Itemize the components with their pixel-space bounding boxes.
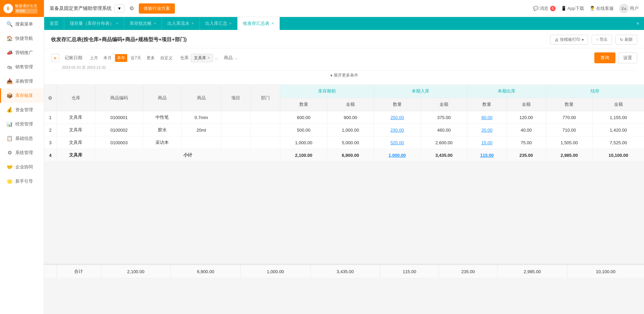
sidebar-item-search[interactable]: 🔍 搜索菜单: [0, 17, 44, 31]
tab-batch-account[interactable]: 库存批次账 ×: [124, 17, 162, 30]
sidebar-item-operations[interactable]: 📊 经营管理: [0, 117, 44, 131]
th-in-amt: 金额: [420, 98, 467, 111]
sidebar-item-marketing[interactable]: 📣 营销推广: [0, 46, 44, 60]
cell-goods-spec: [182, 136, 221, 149]
sidebar-item-label: 库存核算: [15, 93, 33, 99]
cell-opening-qty: 600.00: [280, 111, 327, 124]
tab-label: 库存批次账: [130, 20, 152, 27]
cell-in-qty[interactable]: 520.00: [374, 136, 420, 149]
goods-more-button[interactable]: ...: [235, 55, 238, 60]
sidebar-item-system[interactable]: ⚙ 系统管理: [0, 146, 44, 160]
basic-info-icon: 📋: [6, 135, 13, 142]
experience-button[interactable]: 体验行业方案: [139, 3, 175, 14]
cell-project: [221, 111, 250, 124]
cell-in-amt: 375.00: [420, 111, 467, 124]
sidebar-item-label: 搜索菜单: [15, 21, 33, 27]
cell-goods-name: 采访本: [143, 136, 182, 149]
tab-inout-flow[interactable]: 出入库流水 ×: [162, 17, 200, 30]
config-button[interactable]: ⚙: [127, 3, 136, 14]
sidebar-item-guide[interactable]: 🌟 新手引导: [0, 174, 44, 188]
tab-close-icon[interactable]: ×: [229, 21, 232, 26]
user-button[interactable]: Ea 用户: [619, 4, 639, 13]
tab-close-icon[interactable]: ×: [192, 21, 194, 26]
filter-toggle-button[interactable]: »: [51, 54, 59, 62]
cell-closing-amt: 1,155.00: [593, 111, 644, 124]
cell-closing-qty: 2,985.00: [546, 149, 592, 162]
page-title: 收发存汇总表(按仓库+商品编码+商品+规格型号+项目+部门): [51, 36, 187, 43]
date-btn-7days[interactable]: 近7天: [129, 54, 143, 62]
total-out-qty: 115.00: [380, 265, 439, 278]
cell-in-qty[interactable]: 1,000.00: [374, 149, 420, 162]
quick-nav-icon: 🏠: [6, 35, 13, 42]
cell-goods-name: 胶水: [143, 124, 182, 136]
cell-seq: 2: [44, 124, 56, 136]
cell-out-qty[interactable]: 20.00: [467, 124, 507, 136]
table-row: 1 文具库 0100001 中性笔 0.7mm 600.00 900.00 25…: [44, 111, 644, 124]
settings-button[interactable]: 设置: [618, 52, 637, 63]
search-nav-icon: 🔍: [6, 21, 13, 27]
system-selector[interactable]: ▼: [114, 4, 125, 13]
date-btn-this-month[interactable]: 本月: [101, 54, 114, 62]
sidebar-item-enterprise[interactable]: 🤝 企业协同: [0, 160, 44, 174]
cell-opening-amt: 1,000.00: [327, 124, 374, 136]
warehouse-more-button[interactable]: ...: [215, 55, 218, 60]
sidebar-item-label: 新手引导: [15, 178, 33, 184]
warehouse-tag-close[interactable]: ×: [208, 55, 210, 60]
tab-bar-close-button[interactable]: ×: [632, 17, 644, 30]
app-download-button[interactable]: 📱 App下载: [561, 5, 584, 12]
expand-conditions-button[interactable]: ▾ 展开更多条件: [51, 70, 637, 80]
total-opening-qty: 2,100.00: [101, 265, 171, 278]
date-btn-last-month[interactable]: 上月: [88, 54, 100, 62]
system-title: 装备及固定资产辅助管理系统: [50, 5, 112, 12]
cell-closing-amt: 10,100.00: [593, 149, 644, 162]
cell-opening-qty: 2,100.00: [280, 149, 327, 162]
messages-button[interactable]: 💬 消息 6: [533, 5, 556, 12]
sidebar-item-label: 系统管理: [15, 150, 33, 156]
logo-icon: 6: [3, 4, 13, 13]
cell-in-qty[interactable]: 230.00: [374, 124, 420, 136]
cell-out-amt: 75.00: [507, 136, 546, 149]
chevron-down-icon: ▾: [582, 37, 584, 42]
sidebar-item-quick-nav[interactable]: 🏠 快捷导航: [0, 31, 44, 46]
cell-in-qty[interactable]: 250.00: [374, 111, 420, 124]
date-btn-custom[interactable]: 自定义: [158, 54, 175, 62]
cell-dept: [251, 111, 280, 124]
cell-out-qty[interactable]: 80.00: [467, 111, 507, 124]
sidebar-item-label: 基础信息: [15, 135, 33, 142]
refresh-button[interactable]: ↻ 刷新: [615, 35, 637, 45]
sidebar-item-purchase[interactable]: 📥 采购管理: [0, 74, 44, 88]
online-service-button[interactable]: 👨‍💼 在线客服: [590, 5, 614, 12]
query-button[interactable]: 查询: [594, 52, 615, 63]
total-out-amt: 235.00: [439, 265, 497, 278]
tab-close-icon[interactable]: ×: [116, 21, 118, 26]
cell-goods-spec: 20ml: [182, 124, 221, 136]
sidebar-item-label: 企业协同: [15, 164, 33, 170]
sidebar-item-label: 销售管理: [15, 64, 33, 70]
tab-inventory-distribution[interactable]: 现存量（库存分布表） ×: [64, 17, 124, 30]
export-button[interactable]: ↑ 导出: [592, 35, 612, 45]
date-btn-this-year[interactable]: 本年: [115, 54, 127, 62]
date-btn-more[interactable]: 更多: [145, 54, 157, 62]
th-goods-name: 商品: [143, 85, 182, 111]
tab-receive-send-summary[interactable]: 收发存汇总表 ×: [237, 17, 280, 30]
sidebar-item-sales[interactable]: 🛍 销售管理: [0, 60, 44, 74]
table-settings-icon[interactable]: ⚙: [48, 95, 52, 101]
cell-out-amt: 40.00: [507, 124, 546, 136]
cell-out-amt: 235.00: [507, 149, 546, 162]
sidebar-item-label: 营销推广: [15, 50, 33, 56]
operations-icon: 📊: [6, 121, 13, 127]
sidebar-item-inventory[interactable]: 📦 库存核算: [0, 88, 44, 103]
cell-out-qty[interactable]: 115.00: [467, 149, 507, 162]
print-button[interactable]: 🖨 按模板打印 ▾: [550, 35, 588, 45]
goods-filter-label: 商品: [224, 55, 233, 61]
th-opening-amt: 金额: [327, 98, 374, 111]
th-in-qty: 数量: [374, 98, 420, 111]
cell-out-qty[interactable]: 15.00: [467, 136, 507, 149]
tab-close-icon[interactable]: ×: [271, 21, 274, 26]
tab-inout-summary[interactable]: 出入库汇总 ×: [200, 17, 237, 30]
tab-home[interactable]: 首页: [44, 17, 64, 30]
tab-close-icon[interactable]: ×: [154, 21, 156, 26]
sidebar-item-finance[interactable]: 💰 资金管理: [0, 103, 44, 117]
enterprise-icon: 🤝: [6, 164, 13, 170]
sidebar-item-basic-info[interactable]: 📋 基础信息: [0, 131, 44, 146]
